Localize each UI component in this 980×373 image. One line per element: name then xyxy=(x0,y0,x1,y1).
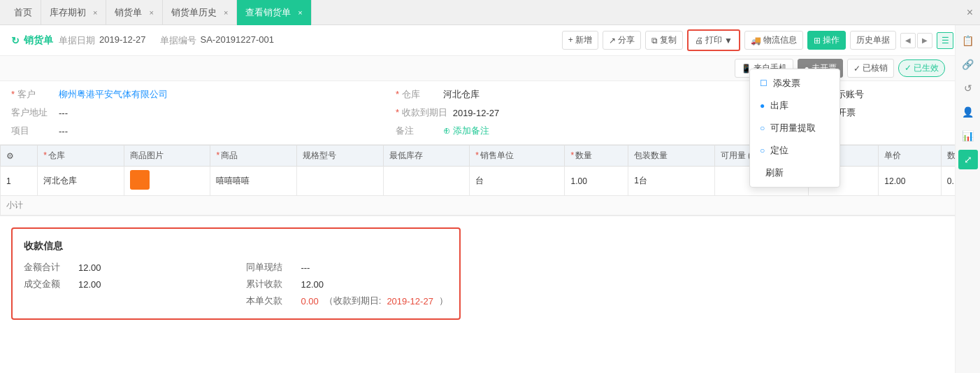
print-icon: 🖨 xyxy=(695,36,703,45)
new-button[interactable]: + 新增 xyxy=(562,31,598,50)
close-tab-history[interactable]: × xyxy=(224,8,228,17)
payment-info-grid: 金额合计 12.00 同单现结 --- 成交金额 12.00 累计收款 12.0… xyxy=(24,261,448,307)
available-qty-item[interactable]: ○ 可用量提取 xyxy=(750,117,840,139)
location-item[interactable]: ○ 定位 xyxy=(750,139,840,162)
list-view-button[interactable]: ☰ xyxy=(937,32,953,49)
history-button[interactable]: 历史单据 xyxy=(850,31,896,50)
row-product: 嘻嘻嘻嘻 xyxy=(210,167,297,196)
row-unit: 台 xyxy=(470,167,565,196)
document-meta: 单据日期 2019-12-27 单据编号 SA-20191227-001 xyxy=(59,34,274,47)
tab-bar: 首页 库存期初 × 销货单 × 销货单历史 × 查看销货单 × × xyxy=(0,0,980,25)
col-price: 单价 xyxy=(879,146,941,167)
address-value: --- xyxy=(59,108,68,118)
due-date-note: （收款到期日: xyxy=(324,295,382,307)
doc-date: 单据日期 2019-12-27 xyxy=(59,34,146,47)
row-image xyxy=(124,167,210,196)
due-date-value: 2019-12-27 xyxy=(453,108,500,118)
tab-inventory-init[interactable]: 库存期初 × xyxy=(41,0,106,25)
same-settlement-label: 同单现结 xyxy=(246,261,295,274)
sidebar-user-icon[interactable]: 👤 xyxy=(958,102,978,122)
doc-number: 单据编号 SA-20191227-001 xyxy=(160,34,275,47)
radio-selected-icon: ● xyxy=(760,101,765,111)
tab-sales-order[interactable]: 销货单 × xyxy=(106,0,162,25)
tab-home[interactable]: 首页 xyxy=(6,0,41,25)
current-due-value: 0.00 xyxy=(301,296,318,307)
add-invoice-item[interactable]: ☐ 添发票 xyxy=(750,72,840,94)
same-settlement-row: 同单现结 --- xyxy=(246,261,447,274)
close-tab-inventory[interactable]: × xyxy=(93,8,97,17)
payment-due-date: 2019-12-27 xyxy=(387,296,433,307)
customer-value[interactable]: 柳州粤港平安气体有限公司 xyxy=(59,88,168,101)
available-qty-label: 可用量提取 xyxy=(770,122,816,134)
product-image xyxy=(130,170,150,190)
close-tab-sales[interactable]: × xyxy=(149,8,153,17)
operations-button[interactable]: ⊞ 操作 xyxy=(807,31,846,50)
refresh-label: 刷新 xyxy=(765,167,784,179)
payment-info-title: 收款信息 xyxy=(24,240,448,253)
share-button[interactable]: ↗ 分享 xyxy=(603,31,641,50)
window-close-button[interactable]: × xyxy=(967,6,973,19)
settings-icon[interactable]: ⚙ xyxy=(6,151,14,161)
outbound-label: 出库 xyxy=(770,99,788,112)
row-qty: 1.00 xyxy=(565,167,628,196)
refresh-item[interactable]: 刷新 xyxy=(750,162,840,184)
location-icon: ○ xyxy=(760,146,765,155)
current-due-label: 本单欠款 xyxy=(246,295,295,307)
add-note-btn[interactable]: ⊕ 添加备注 xyxy=(443,125,489,137)
col-pack-qty: 包装数量 xyxy=(628,146,715,167)
tab-sales-history[interactable]: 销货单历史 × xyxy=(163,0,237,25)
sidebar-chart-icon[interactable]: 📊 xyxy=(958,126,978,146)
nav-arrows: ◀ ▶ xyxy=(900,33,932,48)
next-button[interactable]: ▶ xyxy=(917,33,932,48)
checkbox-icon: ☐ xyxy=(760,78,768,88)
transaction-row: 成交金额 12.00 xyxy=(24,278,225,290)
location-label: 定位 xyxy=(770,144,788,157)
copy-button[interactable]: ⧉ 复制 xyxy=(645,31,683,50)
logistics-button[interactable]: 🚚 物流信息 xyxy=(744,31,803,50)
due-date-field: 收款到期日 2019-12-27 xyxy=(396,106,773,119)
note-field: 备注 ⊕ 添加备注 xyxy=(396,125,773,137)
truck-icon: 🚚 xyxy=(751,36,761,45)
payment-info-box: 收款信息 金额合计 12.00 同单现结 --- 成交金额 12.00 xyxy=(11,227,461,320)
radio-icon: ○ xyxy=(760,123,765,133)
sidebar-expand-icon[interactable]: ⤢ xyxy=(958,150,978,169)
customer-field: 客户 柳州粤港平安气体有限公司 xyxy=(11,88,389,101)
cumulative-label: 累计收款 xyxy=(246,278,295,290)
print-area: 🖨 打印 ▼ xyxy=(687,29,740,51)
col-qty: *数量 xyxy=(565,146,628,167)
effective-badge: ✓ 已生效 xyxy=(898,59,945,77)
transaction-value: 12.00 xyxy=(78,279,101,290)
col-settings[interactable]: ⚙ xyxy=(1,146,38,167)
cumulative-row: 累计收款 12.00 xyxy=(246,278,447,290)
document-header: ↻ 销货单 单据日期 2019-12-27 单据编号 SA-20191227-0… xyxy=(0,25,980,56)
check-done-button[interactable]: ✓ 已核销 xyxy=(847,59,894,78)
col-product: *商品 xyxy=(210,146,297,167)
col-warehouse: *仓库 xyxy=(38,146,124,167)
right-sidebar: 📋 🔗 ↺ 👤 📊 ⤢ xyxy=(955,25,980,373)
subtotal-row: 小计 xyxy=(1,196,980,216)
grid-icon: ⊞ xyxy=(814,36,821,45)
sidebar-link-icon[interactable]: 🔗 xyxy=(958,55,978,74)
row-spec xyxy=(297,167,384,196)
sidebar-doc-icon[interactable]: 📋 xyxy=(958,31,978,50)
close-tab-view[interactable]: × xyxy=(298,8,302,17)
total-value: 12.00 xyxy=(78,262,101,273)
plus-icon: ⊕ xyxy=(443,125,450,136)
sidebar-refresh-icon[interactable]: ↺ xyxy=(958,78,978,98)
total-label: 金额合计 xyxy=(24,261,73,274)
main-content: ↻ 销货单 单据日期 2019-12-27 单据编号 SA-20191227-0… xyxy=(0,25,980,373)
row-warehouse: 河北仓库 xyxy=(38,167,124,196)
prev-button[interactable]: ◀ xyxy=(900,33,916,48)
add-invoice-label: 添发票 xyxy=(773,77,800,90)
address-field: 客户地址 --- xyxy=(11,106,389,119)
tab-view-sales[interactable]: 查看销货单 × xyxy=(237,0,311,25)
project-value: --- xyxy=(59,126,68,136)
print-button[interactable]: 🖨 打印 ▼ xyxy=(689,31,738,49)
print-dropdown-icon[interactable]: ▼ xyxy=(724,36,733,45)
col-unit: *销售单位 xyxy=(470,146,565,167)
outbound-item[interactable]: ● 出库 xyxy=(750,94,840,117)
transaction-label: 成交金额 xyxy=(24,278,73,290)
copy-icon: ⧉ xyxy=(651,36,658,45)
total-amount-row: 金额合计 12.00 xyxy=(24,261,225,274)
current-due-row: 本单欠款 0.00 （收款到期日: 2019-12-27 ） xyxy=(246,295,447,307)
